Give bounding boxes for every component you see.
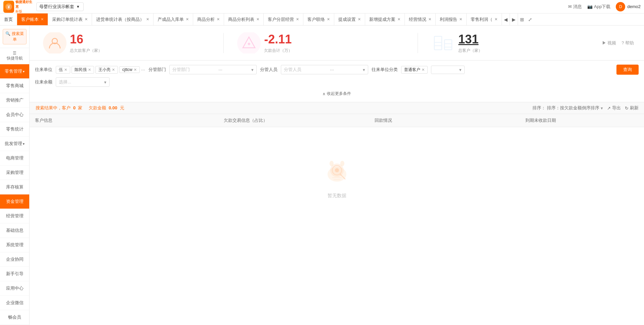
- collapse-btn[interactable]: ∧ 收起更多条件: [35, 89, 639, 98]
- sidebar-item-finance-mgmt[interactable]: 资金管理: [0, 194, 29, 209]
- sidebar-item-basic-info-label: 基础信息: [6, 228, 24, 233]
- unit-class-tag-normal[interactable]: 普通客户 ✕: [401, 66, 428, 74]
- sidebar-item-retail-mall[interactable]: 零售商城: [0, 79, 29, 93]
- sidebar-item-wholesale-mgmt[interactable]: 批发管理 ▾: [0, 137, 29, 151]
- logo-text-line2: 标版: [15, 9, 33, 14]
- remove-tag-chen[interactable]: ✕: [88, 68, 91, 72]
- sidebar-item-app-center[interactable]: 应用中心: [0, 281, 29, 296]
- search-menu-btn[interactable]: 🔍 搜索菜单: [3, 29, 27, 44]
- table-area: 客户信息 欠款交易信息（占比） 回款情况 到期未收款日期: [30, 114, 644, 325]
- tab-profit-report[interactable]: 利润报告 ✕: [436, 13, 467, 25]
- sidebar-item-operations-mgmt[interactable]: 经营管理: [0, 209, 29, 223]
- sidebar-item-vip-member-label: 畅会员: [8, 315, 21, 320]
- tab-produce-inbound[interactable]: 产成品入库单 ✕: [154, 13, 193, 25]
- nav-fullscreen-icon[interactable]: ⤢: [526, 13, 534, 25]
- nav-next-arrow[interactable]: ▶: [510, 13, 518, 25]
- close-icon[interactable]: ✕: [327, 17, 330, 22]
- app-download-btn[interactable]: 📷 App下载: [587, 4, 610, 10]
- tab-customer-segment-label: 客户分层经营: [268, 16, 294, 23]
- tab-new-increase[interactable]: 新增提成方案 ✕: [365, 13, 405, 25]
- sidebar-item-retail-stats[interactable]: 零售统计: [0, 122, 29, 137]
- sidebar-item-system-mgmt-label: 系统管理: [6, 242, 24, 247]
- tab-home[interactable]: 首页: [0, 13, 17, 25]
- tab-business-status[interactable]: 经营情况 ✕: [405, 13, 436, 25]
- tab-customer-segment[interactable]: 客户分层经营 ✕: [264, 13, 303, 25]
- stat2-label: 欠款合计（万）: [264, 48, 292, 53]
- filter-dept-more[interactable]: ···: [218, 67, 222, 72]
- sidebar-item-inventory[interactable]: 库存核算: [0, 180, 29, 194]
- nav-expand-icon[interactable]: ⊞: [518, 13, 526, 25]
- tab-customer-contact-label: 客户联络: [307, 16, 325, 23]
- sidebar-item-retail-mgmt[interactable]: 零售管理 ▾: [0, 64, 29, 79]
- dept-filter-select[interactable]: 分管部门 ··· ▾: [169, 65, 257, 74]
- unit-tag-wu[interactable]: 伍 ✕: [56, 66, 70, 74]
- close-icon[interactable]: ✕: [85, 17, 88, 22]
- close-icon[interactable]: ✕: [146, 17, 149, 22]
- nav-prev-arrow[interactable]: ◀: [502, 13, 510, 25]
- unit-tag-chen[interactable]: 陈民强 ✕: [72, 66, 94, 74]
- sidebar-item-new-guide[interactable]: 新手引导: [0, 267, 29, 281]
- tab-improve-settings[interactable]: 提成设置 ✕: [334, 13, 365, 25]
- balance-filter-select[interactable]: 选择... ▾: [56, 77, 110, 87]
- close-icon[interactable]: ✕: [186, 17, 189, 22]
- unit-class-select[interactable]: ▾: [431, 66, 465, 74]
- store-selector[interactable]: 母婴行业演示帐套 ▾: [36, 2, 84, 11]
- tab-customer-ledger[interactable]: 客户账本 ✕: [17, 13, 48, 25]
- close-icon[interactable]: ✕: [358, 17, 361, 22]
- sort-select[interactable]: 排序： 排序：按欠款金额倒序排序 ▾: [532, 105, 603, 111]
- filter-more-icon[interactable]: ···: [141, 67, 145, 72]
- sidebar-item-finance-mgmt-label: 资金管理: [6, 199, 24, 204]
- remove-tag-cjttcw[interactable]: ✕: [134, 68, 137, 72]
- sidebar-item-ecommerce-mgmt[interactable]: 电商管理: [0, 151, 29, 166]
- help-label: 帮助: [625, 40, 634, 45]
- close-icon[interactable]: ✕: [495, 17, 498, 22]
- close-icon[interactable]: ✕: [428, 17, 431, 22]
- query-button[interactable]: 查询: [616, 65, 639, 75]
- sidebar-item-vip-member[interactable]: 畅会员: [0, 310, 29, 325]
- tab-retail-profit[interactable]: 零售利润（ ✕: [467, 13, 502, 25]
- sidebar-item-member-center[interactable]: 会员中心: [0, 108, 29, 122]
- sidebar-item-system-mgmt[interactable]: 系统管理: [0, 238, 29, 252]
- tab-product-analysis[interactable]: 商品分析 ✕: [193, 13, 224, 25]
- export-btn[interactable]: ↗ 导出: [607, 105, 621, 111]
- user-profile[interactable]: D demo2: [616, 2, 641, 11]
- sidebar-item-enterprise-wechat[interactable]: 企业微信: [0, 296, 29, 310]
- video-btn[interactable]: ▶ 视频: [602, 40, 616, 46]
- tab-profit-report-label: 利润报告: [440, 16, 457, 23]
- sidebar-item-enterprise-collab[interactable]: 企业协同: [0, 252, 29, 267]
- tab-product-analysis-list[interactable]: 商品分析列表 ✕: [224, 13, 264, 25]
- result-prefix: 搜索结果中，客户: [36, 105, 71, 110]
- person-filter-select[interactable]: 分管人员 ··· ▾: [281, 65, 368, 74]
- help-btn[interactable]: ? 帮助: [621, 40, 634, 46]
- filter-person-more[interactable]: ···: [330, 67, 334, 72]
- quick-nav-btn[interactable]: ☰ 快捷导航: [0, 48, 29, 64]
- help-icon: ?: [621, 40, 624, 45]
- play-icon: ▶: [602, 40, 606, 45]
- remove-tag-wu[interactable]: ✕: [64, 68, 67, 72]
- sidebar-item-member-center-label: 会员中心: [6, 112, 24, 117]
- tab-customer-contact[interactable]: 客户联络 ✕: [303, 13, 334, 25]
- sidebar-item-basic-info[interactable]: 基础信息: [0, 223, 29, 238]
- filter-row-1: 往来单位 伍 ✕ 陈民强 ✕ 王小亮 ✕: [35, 65, 639, 75]
- unit-tag-wang[interactable]: 王小亮 ✕: [95, 66, 118, 74]
- close-icon[interactable]: ✕: [459, 17, 462, 22]
- close-icon[interactable]: ✕: [41, 17, 44, 22]
- remove-tag-normal[interactable]: ✕: [422, 68, 425, 72]
- refresh-btn[interactable]: ↻ 刷新: [625, 105, 639, 111]
- sidebar-item-marketing[interactable]: 营销推广: [0, 93, 29, 108]
- tab-customer-ledger-label: 客户账本: [21, 16, 39, 23]
- customer-count: 0: [73, 105, 76, 110]
- close-icon[interactable]: ✕: [256, 17, 259, 22]
- tab-purchase-order[interactable]: 采购订单统计表 ✕: [48, 13, 92, 25]
- messages-btn[interactable]: ✉ 消息: [568, 4, 582, 10]
- unit-tag-cjttcw[interactable]: cjttcw ✕: [119, 66, 140, 73]
- tab-inbound-stats[interactable]: 进货单统计表（按商品） ✕: [92, 13, 154, 25]
- close-icon[interactable]: ✕: [397, 17, 400, 22]
- close-icon[interactable]: ✕: [296, 17, 299, 22]
- export-label: 导出: [612, 105, 621, 111]
- remove-tag-wang[interactable]: ✕: [112, 68, 115, 72]
- sidebar-item-purchase-mgmt[interactable]: 采购管理: [0, 166, 29, 180]
- close-icon[interactable]: ✕: [217, 17, 220, 22]
- dept-filter-label: 分管部门: [148, 67, 166, 73]
- chevron-down-icon: ▾: [601, 106, 603, 111]
